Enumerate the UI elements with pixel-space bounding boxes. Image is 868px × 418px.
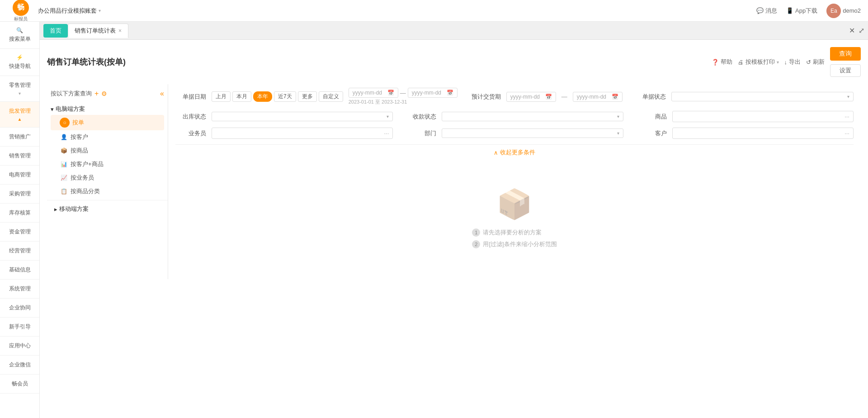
predicted-end-ph: yyyy-mm-dd (577, 94, 606, 100)
page-inner: 销售订单统计表(按单) ❓ 帮助 🖨 按模板打印 ▾ ↓ (40, 40, 868, 418)
pc-group-label: 电脑端方案 (56, 105, 85, 113)
help-btn[interactable]: ❓ 帮助 (712, 58, 732, 66)
date-range-inputs: yyyy-mm-dd 📅 — yyyy-mm-dd 📅 (349, 88, 458, 98)
export-icon: ↓ (784, 59, 788, 66)
scheme-by-staff-label: 按业务员 (71, 174, 94, 182)
btn-more[interactable]: 更多 (298, 91, 317, 102)
sidebar-item-newbie[interactable]: 新手引导 (0, 318, 39, 337)
sidebar-item-system[interactable]: 系统管理 (0, 280, 39, 299)
mobile-group[interactable]: ▸ 移动端方案 (47, 202, 168, 216)
query-button[interactable]: 查询 (830, 47, 861, 61)
scheme-by-goods[interactable]: 📦 按商品 (51, 144, 164, 157)
app-download-label: App下载 (795, 7, 817, 15)
user-area[interactable]: Ea demo2 (826, 4, 861, 18)
sidebar-item-sales[interactable]: 销售管理 (0, 147, 39, 166)
export-btn[interactable]: ↓ 导出 (784, 58, 801, 66)
payment-status-select[interactable] (442, 112, 623, 121)
mobile-group-arrow: ▸ (54, 206, 57, 213)
sidebar-system-label: 系统管理 (9, 285, 31, 293)
btn-last7[interactable]: 近7天 (274, 91, 296, 102)
sidebar-item-inventory[interactable]: 库存核算 (0, 204, 39, 223)
sidebar-item-base[interactable]: 基础信息 (0, 261, 39, 280)
tab-sales-order[interactable]: 销售订单统计表 × (68, 24, 128, 38)
collapse-bar[interactable]: ∧ 收起更多条件 (175, 144, 854, 160)
scheme-by-category[interactable]: 📋 按商品分类 (51, 185, 164, 198)
sidebar-ecom-label: 电商管理 (9, 171, 31, 179)
date-range-display: 2023-01-01 至 2023-12-31 (349, 99, 458, 105)
download-icon: 📱 (786, 7, 793, 14)
sidebar-item-shortcut[interactable]: ⚡ 快捷导航 (0, 49, 39, 76)
logo-text: 标报员 (14, 16, 28, 22)
sidebar-item-search[interactable]: 🔍 搜索菜单 (0, 22, 39, 49)
help-icon: ❓ (712, 59, 719, 66)
settings-button[interactable]: 设置 (830, 64, 861, 77)
doc-status-select[interactable] (671, 92, 854, 101)
tab-close-icon[interactable]: × (118, 28, 122, 34)
collapse-icon: ∧ (494, 149, 498, 156)
date-end-input[interactable]: yyyy-mm-dd 📅 (408, 88, 458, 98)
sidebar-search-label: 搜索菜单 (9, 35, 31, 43)
sidebar-item-marketing[interactable]: 营销推广 (0, 128, 39, 147)
window-close-btn[interactable]: ✕ (849, 26, 855, 35)
customer-goods-icon: 📊 (60, 160, 68, 168)
scheme-by-staff[interactable]: 📈 按业务员 (51, 171, 164, 185)
refresh-btn[interactable]: ↺ 刷新 (806, 58, 825, 66)
customer-input[interactable]: ··· (672, 128, 854, 139)
sidebar-item-appstore[interactable]: 应用中心 (0, 337, 39, 356)
btn-last-month[interactable]: 上月 (212, 91, 231, 102)
add-scheme-icon[interactable]: + (94, 90, 99, 98)
staff-icon: 📈 (60, 174, 68, 182)
date-filter-label: 单据日期 (175, 93, 206, 101)
dept-label: 部门 (406, 129, 436, 138)
refresh-icon: ↺ (806, 59, 811, 66)
sidebar-item-ops[interactable]: 经营管理 (0, 242, 39, 261)
btn-custom[interactable]: 自定义 (319, 91, 343, 102)
message-btn[interactable]: 💬 消息 (756, 7, 777, 15)
date-start-input[interactable]: yyyy-mm-dd 📅 (349, 88, 398, 98)
print-btn[interactable]: 🖨 按模板打印 ▾ (738, 58, 779, 66)
tip-2-text: 用[过滤]条件来缩小分析范围 (483, 240, 557, 248)
out-status-select[interactable] (212, 112, 393, 121)
sidebar: 🔍 搜索菜单 ⚡ 快捷导航 零售管理 批发管理 ▲ 营销推广 销售管理 电商管理… (0, 22, 40, 418)
btn-this-month[interactable]: 本月 (232, 91, 251, 102)
scheme-by-customer-goods[interactable]: 📊 按客户+商品 (51, 157, 164, 171)
out-status-arrow (387, 114, 389, 119)
sidebar-item-purchase[interactable]: 采购管理 (0, 185, 39, 204)
collapse-label: 收起更多条件 (500, 148, 535, 157)
company-name: 办公用品行业模拟账套 (38, 7, 97, 15)
goods-dots: ··· (844, 113, 849, 120)
scheme-by-order[interactable]: ○ 按单 (51, 115, 164, 130)
filter-row-1: 单据日期 上月 本月 本年 近7天 更多 自定义 (175, 88, 854, 105)
sidebar-item-corp[interactable]: 企业协同 (0, 299, 39, 318)
sidebar-item-wechat[interactable]: 企业微信 (0, 356, 39, 375)
sidebar-item-ecom[interactable]: 电商管理 (0, 166, 39, 185)
staff-dots: ··· (384, 130, 389, 137)
goods-input[interactable]: ··· (672, 111, 854, 122)
company-selector[interactable]: 办公用品行业模拟账套 (38, 7, 101, 15)
sidebar-newbie-label: 新手引导 (9, 323, 31, 331)
staff-input[interactable]: ··· (212, 128, 393, 139)
tip-num-2: 2 (472, 240, 480, 248)
active-tag-icon: ○ (63, 119, 66, 126)
right-panel: 单据日期 上月 本月 本年 近7天 更多 自定义 (168, 84, 861, 279)
sidebar-item-retail[interactable]: 零售管理 (0, 76, 39, 102)
pc-group-title[interactable]: ▾ 电脑端方案 (51, 103, 164, 115)
sidebar-item-wholesale[interactable]: 批发管理 ▲ (0, 102, 39, 128)
help-label: 帮助 (721, 58, 732, 66)
sidebar-item-member[interactable]: 畅会员 (0, 375, 39, 394)
btn-this-year[interactable]: 本年 (253, 91, 272, 102)
query-actions: 查询 设置 (830, 47, 861, 77)
scheme-by-customer[interactable]: 👤 按客户 (51, 130, 164, 144)
collapse-left-icon[interactable]: « (160, 90, 164, 98)
predicted-date-end[interactable]: yyyy-mm-dd 📅 (573, 92, 623, 102)
scheme-settings-icon[interactable]: ⚙ (101, 90, 107, 97)
predicted-date-start[interactable]: yyyy-mm-dd 📅 (506, 92, 556, 102)
shortcut-icon: ⚡ (16, 54, 23, 61)
app-download-btn[interactable]: 📱 App下载 (786, 7, 817, 15)
window-expand-btn[interactable]: ⤢ (859, 26, 864, 35)
sidebar-wholesale-label: 批发管理 (9, 107, 31, 115)
tab-home[interactable]: 首页 (43, 24, 68, 38)
sidebar-item-finance[interactable]: 资金管理 (0, 223, 39, 242)
main-layout: 🔍 搜索菜单 ⚡ 快捷导航 零售管理 批发管理 ▲ 营销推广 销售管理 电商管理… (0, 22, 868, 418)
dept-select[interactable] (442, 128, 623, 138)
